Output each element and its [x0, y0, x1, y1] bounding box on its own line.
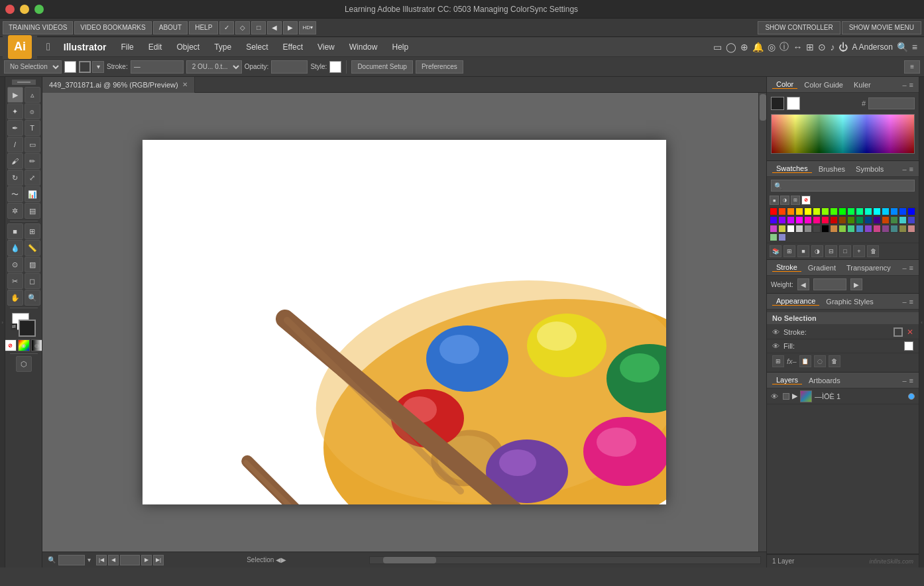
- swatches-search-input[interactable]: [771, 180, 915, 192]
- gradient-mode-btn[interactable]: ▭: [31, 339, 43, 351]
- close-button[interactable]: [5, 5, 15, 14]
- prev-page-button[interactable]: ◀: [108, 555, 119, 565]
- swatch-cell[interactable]: [778, 233, 786, 241]
- layers-panel-menu[interactable]: ≡: [909, 377, 913, 384]
- show-all-swatches[interactable]: ⊞: [783, 245, 795, 257]
- blend-tool[interactable]: ⊙: [7, 257, 23, 272]
- layers-panel-header[interactable]: Layers Artboards – ≡: [767, 373, 919, 388]
- tab-symbols[interactable]: Symbols: [852, 165, 888, 173]
- color-gradient[interactable]: [771, 114, 915, 154]
- swatch-cell[interactable]: [795, 207, 803, 215]
- page-input[interactable]: 1: [120, 555, 140, 565]
- vertical-scrollbar[interactable]: [758, 93, 766, 552]
- swatch-cell[interactable]: [856, 225, 864, 233]
- tab-color-guide[interactable]: Color Guide: [800, 81, 847, 89]
- document-setup-button[interactable]: Document Setup: [351, 60, 413, 74]
- chart-tool[interactable]: ▨: [25, 257, 40, 272]
- scale-tool[interactable]: ⤢: [25, 170, 40, 186]
- swatch-cell[interactable]: [907, 207, 915, 215]
- horizontal-scrollbar[interactable]: [369, 556, 761, 564]
- tab-swatches[interactable]: Swatches: [772, 164, 812, 173]
- type-tool[interactable]: T: [25, 120, 40, 136]
- gradient-tool[interactable]: ■: [7, 223, 23, 239]
- training-videos-button[interactable]: TRAINING VIDEOS: [3, 21, 73, 34]
- swatch-cell[interactable]: [907, 216, 915, 224]
- tab-brushes[interactable]: Brushes: [815, 165, 849, 173]
- h-scrollbar-thumb[interactable]: [383, 557, 436, 563]
- last-page-button[interactable]: ▶|: [153, 555, 164, 565]
- layer-1-name[interactable]: —ÌÖÈ 1: [815, 392, 905, 400]
- warp-tool[interactable]: 〜: [7, 186, 23, 202]
- monitor-icon[interactable]: ▭: [713, 42, 722, 52]
- swatch-cell[interactable]: [778, 216, 786, 224]
- square-icon[interactable]: □: [251, 21, 266, 34]
- tab-kuler[interactable]: Kuler: [850, 81, 875, 89]
- clock-icon[interactable]: ◯: [726, 42, 736, 52]
- mesh-tool[interactable]: ⊞: [25, 223, 40, 239]
- paintbrush-tool[interactable]: 🖌: [7, 153, 23, 169]
- swatch-cell[interactable]: [899, 225, 907, 233]
- swap-colors-icon[interactable]: ⇄: [11, 323, 17, 330]
- video-bookmarks-button[interactable]: VIDEO BOOKMARKS: [74, 21, 151, 34]
- swatch-cell[interactable]: [778, 207, 786, 215]
- lasso-tool[interactable]: ⌾: [25, 103, 40, 119]
- swatch-cell[interactable]: [847, 225, 855, 233]
- color-panel-menu[interactable]: ≡: [909, 81, 913, 89]
- tab-layers[interactable]: Layers: [772, 376, 802, 384]
- swatch-cell[interactable]: [787, 216, 795, 224]
- tab-stroke[interactable]: Stroke: [772, 263, 801, 272]
- status-arrows[interactable]: ◀▶: [276, 556, 286, 563]
- diamond-icon[interactable]: ◇: [235, 21, 250, 34]
- direct-select-tool[interactable]: ▵: [25, 87, 40, 103]
- info-icon[interactable]: ⓘ: [780, 41, 789, 53]
- swatch-cell[interactable]: [838, 225, 846, 233]
- tab-close-button[interactable]: ✕: [182, 81, 188, 88]
- magic-wand-tool[interactable]: ✦: [7, 103, 23, 119]
- prev-icon[interactable]: ◀: [267, 21, 282, 34]
- menu-view[interactable]: View: [311, 40, 341, 54]
- swatch-cell[interactable]: [813, 207, 821, 215]
- next-page-button[interactable]: ▶: [141, 555, 152, 565]
- canvas-wrapper[interactable]: [42, 93, 766, 552]
- preferences-button[interactable]: Preferences: [416, 60, 463, 74]
- swatch-cell[interactable]: [873, 225, 881, 233]
- swatch-cell[interactable]: [804, 207, 812, 215]
- swatch-cell[interactable]: [899, 216, 907, 224]
- measure-tool[interactable]: 📏: [25, 240, 40, 256]
- rotate-tool[interactable]: ↻: [7, 170, 23, 186]
- swatch-cell[interactable]: [795, 216, 803, 224]
- swatch-cell[interactable]: [890, 225, 898, 233]
- swatch-type-color[interactable]: ■: [770, 196, 779, 205]
- swatch-cell[interactable]: [864, 225, 872, 233]
- layer-arrow[interactable]: ▶: [792, 392, 797, 400]
- menu-object[interactable]: Object: [170, 40, 206, 54]
- show-movie-menu-button[interactable]: SHOW MOVIE MENU: [842, 21, 921, 34]
- swatch-cell[interactable]: [770, 216, 778, 224]
- layer-1-eye[interactable]: 👁: [771, 392, 780, 400]
- color-panel-collapse[interactable]: –: [902, 81, 906, 89]
- about-button[interactable]: ABOUT: [153, 21, 188, 34]
- color-panel-header[interactable]: Color Color Guide Kuler – ≡: [767, 77, 919, 93]
- column-graph-tool[interactable]: ▤: [25, 203, 40, 219]
- left-panel-collapse[interactable]: ›: [0, 77, 5, 567]
- search-icon[interactable]: 🔍: [897, 42, 908, 52]
- swatch-cell[interactable]: [770, 207, 778, 215]
- swatch-cell[interactable]: [838, 207, 846, 215]
- power-icon[interactable]: ⏻: [838, 42, 848, 52]
- pencil-tool[interactable]: ✏: [25, 153, 40, 169]
- menu-edit[interactable]: Edit: [142, 40, 169, 54]
- show-pattern-swatches[interactable]: ⊟: [825, 245, 837, 257]
- show-color-swatches[interactable]: ■: [797, 245, 809, 257]
- layers-panel-collapse[interactable]: –: [902, 377, 906, 384]
- show-gradient-swatches[interactable]: ◑: [811, 245, 823, 257]
- swatch-cell[interactable]: [804, 216, 812, 224]
- appearance-trash[interactable]: 🗑: [829, 355, 840, 367]
- swatch-cell[interactable]: [787, 225, 795, 233]
- selection-tool[interactable]: ▶: [7, 87, 23, 103]
- stroke-weight-up[interactable]: ▶: [850, 278, 862, 290]
- swatch-cell[interactable]: [856, 216, 864, 224]
- new-swatch[interactable]: +: [853, 245, 865, 257]
- new-appearance-item[interactable]: 📋: [799, 355, 811, 367]
- sound-icon[interactable]: ♪: [830, 42, 835, 52]
- swatch-cell[interactable]: [795, 225, 803, 233]
